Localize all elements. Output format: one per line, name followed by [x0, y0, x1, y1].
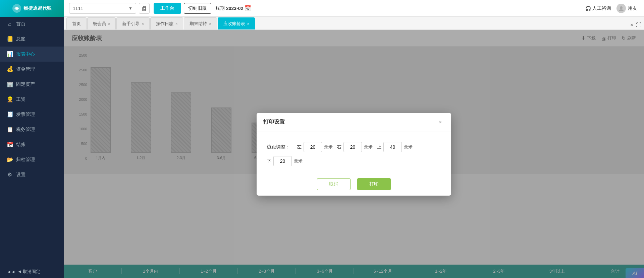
invoice-icon: 🧾: [7, 111, 13, 118]
bottom-unit: 毫米: [294, 158, 303, 164]
consult-button[interactable]: 🎧 人工咨询: [585, 5, 611, 11]
svg-point-1: [16, 7, 18, 9]
headset-icon: 🎧: [585, 6, 591, 11]
page-content: 应收账龄表 ⬇ 下载 🖨 打印 ↻ 刷新: [64, 30, 644, 278]
top-unit: 毫米: [404, 144, 413, 150]
collapse-icon: ◄◄: [7, 269, 15, 274]
company-name: 1111: [73, 6, 126, 11]
margin-bottom-input[interactable]: [273, 156, 292, 166]
modal-close-button[interactable]: ×: [436, 118, 444, 126]
user-name: 用友: [628, 5, 637, 11]
reports-icon: 📊: [7, 51, 13, 57]
sidebar-item-funds[interactable]: 💰 资金管理: [0, 62, 64, 77]
period-label: 账期: [215, 5, 225, 11]
tab-member-close[interactable]: ×: [108, 22, 110, 26]
period-area: 账期 2023-02 📅: [215, 5, 251, 11]
right-dir-label: 右: [337, 144, 341, 150]
modal-header: 打印设置 ×: [257, 113, 451, 132]
tab-aging-close[interactable]: ×: [247, 22, 249, 26]
tab-guide-label: 新手引导: [122, 21, 140, 27]
svg-point-4: [620, 6, 623, 9]
left-dir-label: 左: [297, 144, 302, 150]
copy-icon: [142, 6, 147, 11]
modal-title: 打印设置: [263, 119, 285, 126]
logo-area: 畅捷通易代账: [0, 0, 64, 17]
left-unit: 毫米: [324, 144, 333, 150]
sidebar-item-home-label: 首页: [16, 21, 25, 27]
top-dir-label: 上: [377, 144, 381, 150]
confirm-print-button[interactable]: 打印: [357, 178, 391, 190]
tab-period-end-close[interactable]: ×: [209, 22, 211, 26]
tax-icon: 📋: [7, 126, 13, 133]
bottom-dir-label: 下: [267, 158, 271, 164]
sidebar-item-home[interactable]: ⌂ 首页: [0, 17, 64, 31]
copy-button[interactable]: [139, 3, 150, 14]
header-right: 🎧 人工咨询 用友: [585, 4, 644, 13]
margin-left-group: 左 毫米: [297, 142, 333, 152]
calendar-icon[interactable]: 📅: [245, 5, 251, 11]
assets-icon: 🏢: [7, 81, 13, 87]
sidebar-item-salary[interactable]: 👷 工资: [0, 92, 64, 107]
sidebar-item-close[interactable]: 📅 结账: [0, 137, 64, 152]
tab-log[interactable]: 操作日志 ×: [150, 17, 183, 29]
sidebar-item-archive-label: 归档管理: [16, 157, 35, 163]
switch-old-button[interactable]: 切到旧版: [184, 3, 211, 14]
sidebar-item-reports[interactable]: 📊 报表中心: [0, 47, 64, 62]
logo-text: 畅捷通易代账: [23, 5, 52, 11]
tab-bar: 首页 畅会员 × 新手引导 × 操作日志 × 期末结转 × 应收账龄表 ×: [64, 17, 644, 30]
sidebar-item-tax-label: 税务管理: [16, 127, 35, 133]
cancel-button[interactable]: 取消: [317, 178, 351, 190]
tab-fullscreen-icon[interactable]: ⛶: [636, 22, 641, 28]
avatar: [616, 4, 626, 13]
header-middle: 1111 ▼ 工作台 切到旧版 账期 2023-02 📅: [64, 3, 585, 14]
company-selector[interactable]: 1111 ▼: [69, 3, 136, 14]
user-area[interactable]: 用友: [616, 4, 637, 13]
sidebar-item-ledger[interactable]: 📒 总账: [0, 31, 64, 47]
margin-top-group: 上 毫米: [377, 142, 413, 152]
sidebar-collapse-button[interactable]: ◄◄ ◄ 取消固定: [0, 265, 64, 278]
sidebar-item-invoice[interactable]: 🧾 发票管理: [0, 107, 64, 122]
sidebar-item-funds-label: 资金管理: [16, 66, 35, 72]
period-value: 2023-02: [226, 6, 243, 11]
sidebar-item-tax[interactable]: 📋 税务管理: [0, 122, 64, 137]
close-period-icon: 📅: [7, 141, 13, 148]
tab-log-label: 操作日志: [156, 21, 173, 27]
ledger-icon: 📒: [7, 36, 13, 42]
tab-guide[interactable]: 新手引导 ×: [116, 17, 149, 29]
sidebar-item-close-label: 结账: [16, 142, 25, 148]
modal-footer: 取消 打印: [257, 173, 451, 196]
dropdown-arrow-icon: ▼: [128, 6, 132, 11]
content-area: 首页 畅会员 × 新手引导 × 操作日志 × 期末结转 × 应收账龄表 ×: [64, 17, 644, 278]
top-header: 畅捷通易代账 1111 ▼ 工作台 切到旧版 账期 2023-02 📅 🎧 人工…: [0, 0, 644, 17]
salary-icon: 👷: [7, 96, 13, 102]
modal-overlay: 打印设置 × 边距调整： 左 毫米 右: [64, 30, 644, 278]
sidebar-item-settings-label: 设置: [16, 172, 25, 178]
sidebar-item-archive[interactable]: 📂 归档管理: [0, 152, 64, 167]
home-icon: ⌂: [7, 21, 13, 27]
tab-actions: × ⛶: [630, 22, 641, 29]
workbench-button[interactable]: 工作台: [154, 3, 181, 14]
tab-member[interactable]: 畅会员 ×: [87, 17, 116, 29]
margin-right-input[interactable]: [343, 142, 362, 152]
tab-aging[interactable]: 应收账龄表 ×: [218, 17, 255, 29]
margin-row: 边距调整： 左 毫米 右 毫米: [267, 142, 441, 166]
margin-top-input[interactable]: [383, 142, 402, 152]
archive-icon: 📂: [7, 156, 13, 163]
sidebar-item-assets[interactable]: 🏢 固定资产: [0, 77, 64, 92]
tab-period-end[interactable]: 期末结转 ×: [184, 17, 217, 29]
tab-period-end-label: 期末结转: [190, 21, 207, 27]
tab-log-close[interactable]: ×: [175, 22, 177, 26]
tab-home-label: 首页: [72, 21, 81, 27]
margin-left-input[interactable]: [304, 142, 322, 152]
tab-guide-close[interactable]: ×: [142, 22, 144, 26]
tab-home[interactable]: 首页: [66, 17, 87, 29]
right-unit: 毫米: [364, 144, 373, 150]
sidebar-item-invoice-label: 发票管理: [16, 112, 35, 118]
tab-close-all-icon[interactable]: ×: [630, 22, 633, 28]
margin-label: 边距调整：: [267, 144, 290, 150]
margin-right-group: 右 毫米: [337, 142, 373, 152]
sidebar-item-assets-label: 固定资产: [16, 81, 35, 87]
sidebar-item-settings[interactable]: ⚙ 设置: [0, 167, 64, 182]
settings-icon: ⚙: [7, 171, 13, 178]
margin-bottom-group: 下 毫米: [267, 156, 303, 166]
